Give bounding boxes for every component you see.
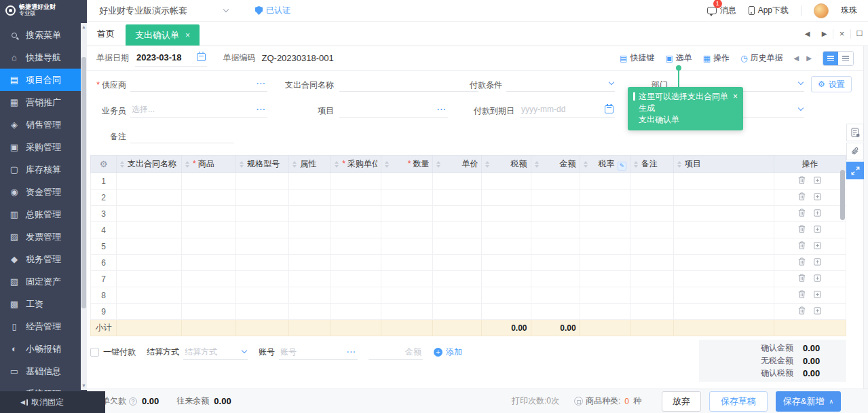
account-picker-icon[interactable]: ··· [347, 348, 356, 356]
table-cell[interactable] [117, 173, 182, 190]
salesman-input[interactable] [132, 105, 257, 114]
table-cell[interactable] [331, 190, 381, 206]
table-settings-gear-icon[interactable]: ⚙ [91, 156, 117, 173]
unpin-sidebar-button[interactable]: ◀ 取消固定 [0, 391, 105, 413]
messages-button[interactable]: 消息 1 [707, 5, 736, 16]
delete-row-icon[interactable] [798, 274, 806, 284]
table-cell[interactable] [117, 238, 182, 255]
table-cell[interactable] [182, 255, 236, 271]
scroll-down-icon[interactable]: ▼ [81, 382, 87, 390]
next-doc-icon[interactable]: ▶ [806, 54, 812, 62]
close-all-tabs-icon[interactable]: × [833, 22, 850, 46]
table-cell[interactable] [236, 271, 289, 287]
insert-row-icon[interactable] [814, 209, 821, 219]
table-cell[interactable] [673, 287, 774, 304]
abandon-button[interactable]: 放弃 [662, 391, 701, 412]
table-cell[interactable] [433, 271, 482, 287]
supplier-input[interactable] [132, 79, 257, 88]
contract-name-field[interactable] [339, 75, 478, 92]
sidebar-item-gift[interactable]: ▦营销推广 [0, 91, 87, 113]
chevron-down-icon[interactable] [798, 105, 804, 111]
due-date-input[interactable] [521, 105, 605, 114]
project-picker-icon[interactable]: ··· [437, 105, 447, 113]
chevron-down-icon[interactable] [242, 348, 247, 353]
sort-icon[interactable] [120, 161, 124, 168]
table-cell[interactable] [182, 287, 236, 304]
table-cell[interactable] [482, 287, 531, 304]
salesman-picker-icon[interactable]: ··· [257, 105, 266, 113]
table-cell[interactable] [531, 238, 580, 255]
table-cell[interactable] [482, 271, 531, 287]
table-cell[interactable] [236, 255, 289, 271]
username[interactable]: 珠珠 [841, 5, 857, 16]
table-cell[interactable] [531, 190, 580, 206]
column-header[interactable]: 支出合同名称 [117, 156, 182, 173]
tab-scroll-left-icon[interactable]: ◀ [799, 22, 816, 46]
sort-icon[interactable] [185, 161, 189, 168]
table-cell[interactable] [331, 206, 381, 222]
table-cell[interactable] [580, 304, 630, 320]
delete-row-icon[interactable] [798, 176, 806, 186]
sidebar-scroll-thumb[interactable] [81, 57, 86, 308]
column-header[interactable]: 项目 [673, 156, 774, 173]
remark-input[interactable] [132, 130, 233, 140]
table-cell[interactable] [381, 173, 433, 190]
table-cell[interactable] [630, 255, 673, 271]
table-cell[interactable] [236, 238, 289, 255]
table-cell[interactable] [630, 190, 673, 206]
table-cell[interactable] [289, 255, 331, 271]
table-cell[interactable] [236, 190, 289, 206]
sidebar-item-home[interactable]: ⌂快捷导航 [0, 46, 87, 69]
actions-button[interactable]: ▦ 操作 [703, 52, 730, 64]
project-input[interactable] [341, 105, 437, 114]
table-cell[interactable] [433, 238, 482, 255]
table-cell[interactable] [433, 287, 482, 304]
table-cell[interactable] [673, 255, 774, 271]
table-cell[interactable] [236, 287, 289, 304]
table-cell[interactable] [630, 287, 673, 304]
payment-terms-field[interactable] [506, 75, 615, 92]
sort-icon[interactable] [584, 161, 588, 168]
sidebar-item-inventory[interactable]: ▢库存核算 [0, 158, 87, 181]
table-cell[interactable] [580, 206, 630, 222]
sidebar-item-tax[interactable]: ◆税务管理 [0, 248, 87, 270]
payment-terms-input[interactable] [508, 79, 609, 88]
sidebar-item-payroll[interactable]: ▩工资 [0, 293, 87, 315]
delete-row-icon[interactable] [798, 225, 806, 235]
table-cell[interactable] [182, 271, 236, 287]
save-and-new-button[interactable]: 保存&新增 ∧ [776, 391, 841, 412]
sidebar-scrollbar[interactable]: ▲ ▼ [81, 23, 87, 390]
due-date-field[interactable] [520, 101, 615, 118]
attachment-button[interactable] [846, 143, 864, 160]
table-cell[interactable] [236, 173, 289, 190]
insert-row-icon[interactable] [814, 258, 821, 268]
table-cell[interactable] [331, 271, 381, 287]
table-cell[interactable] [580, 287, 630, 304]
tab-home[interactable]: 首页 [87, 28, 126, 40]
column-header[interactable]: 规格型号 [236, 156, 289, 173]
table-cell[interactable] [236, 206, 289, 222]
page-scrollbar[interactable] [863, 46, 868, 413]
table-cell[interactable] [289, 173, 331, 190]
column-header[interactable]: 备注 [630, 156, 673, 173]
save-draft-button[interactable]: 保存草稿 [709, 391, 768, 412]
table-cell[interactable] [673, 271, 774, 287]
sidebar-item-funds[interactable]: ◉资金管理 [0, 181, 87, 203]
fullscreen-icon[interactable]: ☐ [851, 22, 868, 46]
list-view-button[interactable] [823, 52, 838, 65]
table-cell[interactable] [381, 190, 433, 206]
settings-button[interactable]: ⚙ 设置 [811, 76, 852, 92]
table-cell[interactable] [117, 255, 182, 271]
table-cell[interactable] [381, 271, 433, 287]
table-cell[interactable] [117, 206, 182, 222]
table-cell[interactable] [289, 304, 331, 320]
table-cell[interactable] [433, 255, 482, 271]
table-cell[interactable] [580, 255, 630, 271]
calendar-icon[interactable] [197, 53, 206, 61]
insert-row-icon[interactable] [814, 193, 821, 202]
table-cell[interactable] [331, 238, 381, 255]
table-cell[interactable] [482, 206, 531, 222]
amount-field[interactable] [369, 344, 423, 360]
table-cell[interactable] [630, 304, 673, 320]
sidebar-item-purchase[interactable]: ▣采购管理 [0, 136, 87, 158]
